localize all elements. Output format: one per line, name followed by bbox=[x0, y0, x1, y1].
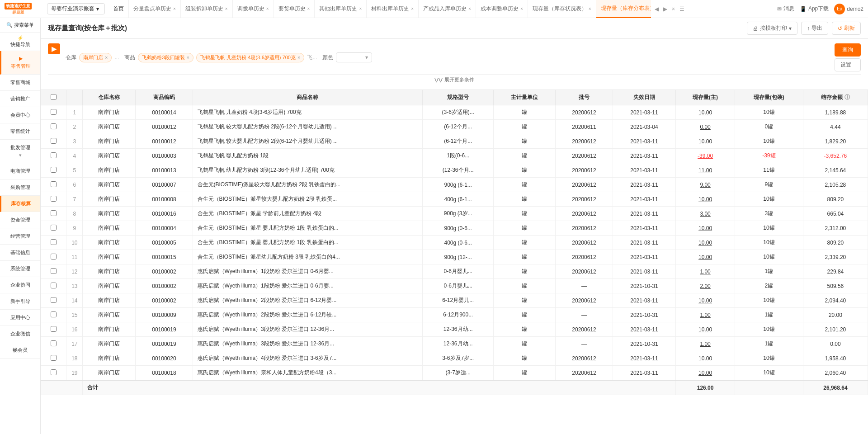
row-checkbox[interactable] bbox=[41, 221, 66, 236]
row-checkbox[interactable] bbox=[41, 207, 66, 221]
row-checkbox[interactable] bbox=[41, 120, 66, 134]
row-qty-main[interactable]: 10.00 bbox=[676, 293, 735, 308]
sidebar-item-collaboration[interactable]: 企业协同 bbox=[0, 277, 40, 293]
tab-6[interactable]: 材料出库单历史 × bbox=[367, 0, 419, 18]
row-qty-main[interactable]: 9.00 bbox=[676, 178, 735, 192]
app-download-btn[interactable]: 📱 App下载 bbox=[800, 5, 829, 13]
row-checkbox[interactable] bbox=[41, 149, 66, 163]
user-area[interactable]: Ea demo2 bbox=[834, 4, 863, 14]
sidebar-item-retail-stats[interactable]: 零售统计 bbox=[0, 123, 40, 140]
row-qty-main[interactable]: 10.00 bbox=[676, 192, 735, 207]
sidebar-item-ecommerce[interactable]: 电商管理 bbox=[0, 163, 40, 179]
sidebar-search[interactable]: 🔍 搜索菜单 bbox=[0, 18, 40, 33]
row-checkbox[interactable] bbox=[41, 337, 66, 351]
row-qty-main[interactable]: 10.00 bbox=[676, 250, 735, 264]
sidebar-item-marketing[interactable]: 营销推广 bbox=[0, 91, 40, 107]
row-qty-main[interactable]: 10.00 bbox=[676, 366, 735, 381]
row-qty-main[interactable]: 10.00 bbox=[676, 221, 735, 236]
sidebar-item-weixin[interactable]: 企业微信 bbox=[0, 326, 40, 342]
sidebar-item-finance[interactable]: 资金管理 bbox=[0, 212, 40, 228]
row-checkbox[interactable] bbox=[41, 366, 66, 381]
tab-3[interactable]: 调拨单历史 × bbox=[233, 0, 274, 18]
row-checkbox[interactable] bbox=[41, 192, 66, 207]
row-qty-main[interactable]: 1.00 bbox=[676, 308, 735, 322]
product-more[interactable]: 飞... bbox=[307, 54, 317, 61]
product-tag-2-remove[interactable]: × bbox=[297, 55, 300, 60]
row-checkbox[interactable] bbox=[41, 308, 66, 322]
product-tag-1-remove[interactable]: × bbox=[187, 55, 189, 60]
row-checkbox[interactable] bbox=[41, 264, 66, 279]
sidebar-quick-nav[interactable]: ⚡ 快捷导航 bbox=[0, 33, 40, 51]
row-checkbox[interactable] bbox=[41, 279, 66, 293]
sidebar-item-retail-mall[interactable]: 零售商城 bbox=[0, 75, 40, 91]
color-select[interactable]: ▾ bbox=[336, 52, 372, 62]
row-qty-main[interactable]: 10.00 bbox=[676, 134, 735, 149]
col-checkbox[interactable] bbox=[41, 90, 66, 105]
filter-expand-btn[interactable]: ▶ bbox=[48, 43, 60, 54]
row-checkbox[interactable] bbox=[41, 236, 66, 250]
tab-close-btn[interactable]: × bbox=[670, 6, 677, 12]
row-qty-main[interactable]: 3.00 bbox=[676, 207, 735, 221]
row-checkbox[interactable] bbox=[41, 351, 66, 366]
tab-home[interactable]: 首页 bbox=[108, 0, 129, 18]
warehouse-remove-btn[interactable]: × bbox=[105, 55, 108, 60]
product-tag-1[interactable]: 飞鹤奶粉3段四罐装 × bbox=[138, 53, 193, 62]
tab-1[interactable]: 分量盘点单历史 × bbox=[129, 0, 181, 18]
tab-9[interactable]: 现存量（库存状况表） × bbox=[528, 0, 596, 18]
row-qty-main[interactable]: 10.00 bbox=[676, 351, 735, 366]
sidebar-item-wholesale[interactable]: 批发管理 ▾ bbox=[0, 140, 40, 163]
settings-btn[interactable]: 设置 bbox=[835, 58, 861, 71]
row-checkbox[interactable] bbox=[41, 134, 66, 149]
amount-info-icon[interactable]: ⓘ bbox=[844, 94, 850, 100]
row-qty-main[interactable]: -39.00 bbox=[676, 149, 735, 163]
row-expire: 2021-03-11 bbox=[613, 322, 676, 337]
row-qty-main[interactable]: 1.00 bbox=[676, 264, 735, 279]
row-checkbox[interactable] bbox=[41, 178, 66, 192]
tab-7[interactable]: 产成品入库单历史 × bbox=[419, 0, 476, 18]
tab-menu-btn[interactable]: ☰ bbox=[678, 6, 686, 12]
message-btn[interactable]: ✉ 消息 bbox=[777, 5, 794, 13]
row-qty-main[interactable]: 0.00 bbox=[676, 120, 735, 134]
row-qty-main[interactable]: 2.00 bbox=[676, 279, 735, 293]
sidebar-item-purchase[interactable]: 采购管理 bbox=[0, 179, 40, 196]
row-qty-main[interactable]: 10.00 bbox=[676, 236, 735, 250]
select-all-checkbox[interactable] bbox=[51, 94, 57, 100]
sidebar-item-member-card[interactable]: 畅会员 bbox=[0, 342, 40, 359]
row-qty-main[interactable]: 11.00 bbox=[676, 163, 735, 178]
row-checkbox[interactable] bbox=[41, 163, 66, 178]
tab-8[interactable]: 成本调整单历史 × bbox=[476, 0, 528, 18]
row-checkbox[interactable] bbox=[41, 105, 66, 120]
row-qty-main[interactable]: 10.00 bbox=[676, 105, 735, 120]
company-selector[interactable]: 母婴行业演示账套 ▾ bbox=[47, 3, 105, 14]
expand-more-btn[interactable]: ⋁⋁ 展开更多条件 bbox=[48, 74, 861, 85]
print-btn[interactable]: 🖨 按模板打印 ▾ bbox=[747, 22, 797, 35]
row-checkbox[interactable] bbox=[41, 322, 66, 337]
tab-4[interactable]: 要货单历史 × bbox=[274, 0, 315, 18]
row-qty-main[interactable]: 10.00 bbox=[676, 322, 735, 337]
row-checkbox[interactable] bbox=[41, 293, 66, 308]
sidebar-item-retail-mgmt[interactable]: ▶ 零售管理 bbox=[0, 51, 40, 75]
refresh-btn[interactable]: ↺ 刷新 bbox=[832, 22, 861, 35]
table-area[interactable]: 仓库名称 商品编码 商品名称 规格型号 主计量单位 批号 失效日期 现存量(主)… bbox=[41, 90, 868, 434]
tab-2[interactable]: 组装拆卸单历史 × bbox=[181, 0, 233, 18]
row-qty-main[interactable]: 1.00 bbox=[676, 337, 735, 351]
sidebar-item-inventory[interactable]: 库存核算 bbox=[0, 196, 40, 212]
query-btn[interactable]: 查询 bbox=[835, 43, 861, 57]
filter-row: ▶ 仓库 南岸门店 × ... 商 bbox=[48, 43, 861, 71]
sidebar-item-basic-info[interactable]: 基础信息 bbox=[0, 245, 40, 261]
tab-10[interactable]: 现存量（库存分布表） × bbox=[596, 0, 651, 18]
warehouse-tag[interactable]: 南岸门店 × bbox=[79, 53, 112, 62]
export-btn[interactable]: ↑ 导出 bbox=[801, 22, 828, 35]
sidebar-item-app-center[interactable]: 应用中心 bbox=[0, 310, 40, 326]
row-checkbox[interactable] bbox=[41, 250, 66, 264]
warehouse-more[interactable]: ... bbox=[114, 54, 119, 61]
sidebar-item-member[interactable]: 会员中心 bbox=[0, 107, 40, 123]
expand-more-icon: ⋁⋁ bbox=[434, 77, 443, 83]
sidebar-item-guide[interactable]: 新手引导 bbox=[0, 293, 40, 310]
sidebar-item-operations[interactable]: 经营管理 bbox=[0, 228, 40, 245]
tab-next-btn[interactable]: ▶ bbox=[661, 6, 669, 12]
tab-prev-btn[interactable]: ◀ bbox=[653, 6, 660, 12]
product-tag-2[interactable]: 飞鹤星飞帆 儿童奶粉 4段(3-6岁适用) 700克 × bbox=[196, 53, 304, 62]
tab-5[interactable]: 其他出库单历史 × bbox=[315, 0, 367, 18]
sidebar-item-system[interactable]: 系统管理 bbox=[0, 261, 40, 277]
